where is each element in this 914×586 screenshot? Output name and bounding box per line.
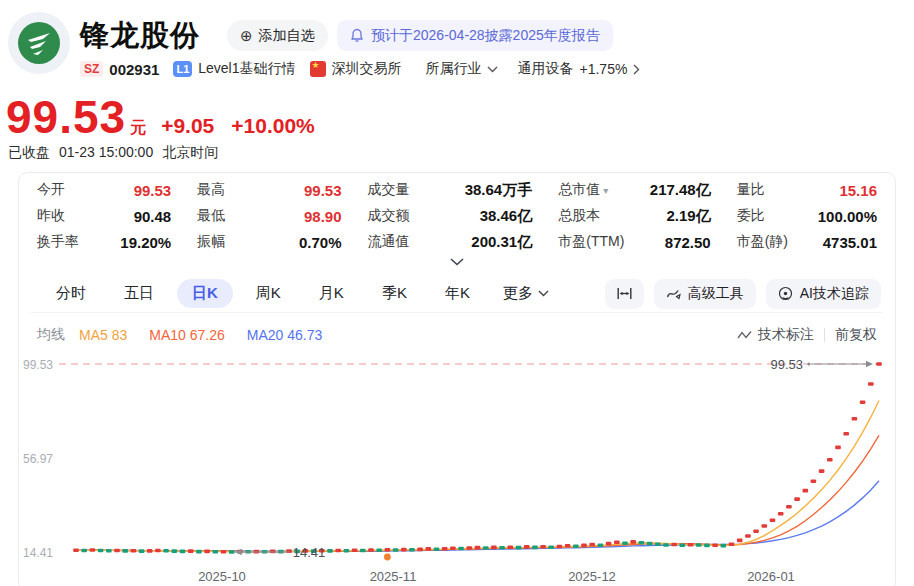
stat-high: 最高99.53	[197, 177, 341, 203]
stat-pe-ttm: 市盈(TTM)872.50	[558, 229, 710, 255]
tab-weekly-k[interactable]: 周K	[241, 279, 296, 308]
fit-width-button[interactable]	[605, 279, 644, 309]
report-notice[interactable]: 预计于2026-04-28披露2025年度报告	[337, 20, 613, 51]
industry-dropdown[interactable]: 所属行业	[426, 60, 498, 78]
svg-text:99.53: 99.53	[770, 357, 803, 372]
market-status: 已收盘	[8, 144, 50, 162]
chart-tools: 高级工具 AI技术追踪	[605, 279, 883, 309]
stat-bid-ratio: 委比100.00%	[737, 203, 877, 229]
market-badge: SZ	[80, 61, 103, 77]
add-watchlist-label: 添加自选	[259, 27, 315, 45]
svg-text:2025-11: 2025-11	[370, 569, 417, 584]
divider	[824, 328, 825, 342]
ma5-value: MA5 83	[79, 327, 127, 343]
stat-amplitude: 振幅0.70%	[197, 229, 341, 255]
advanced-tools-label: 高级工具	[688, 285, 744, 303]
chevron-right-icon	[633, 64, 640, 75]
quote-time: 01-23 15:00:00	[59, 144, 153, 162]
company-logo	[8, 12, 70, 74]
chevron-down-icon	[538, 290, 549, 297]
tab-quarterly-k[interactable]: 季K	[367, 279, 422, 308]
svg-text:99.53: 99.53	[23, 358, 53, 372]
tab-minute[interactable]: 分时	[41, 279, 101, 308]
quote-timezone: 北京时间	[162, 144, 218, 162]
stat-volume-ratio: 量比15.16	[737, 177, 877, 203]
svg-text:56.97: 56.97	[23, 452, 53, 466]
svg-text:2025-10: 2025-10	[198, 569, 246, 584]
collapse-stats-button[interactable]	[19, 255, 895, 269]
ma20-value: MA20 46.73	[247, 327, 323, 343]
kline-chart[interactable]: 99.5356.9714.412025-102025-112025-122026…	[19, 351, 895, 586]
drawing-tool-icon	[666, 287, 681, 301]
stat-low: 最低98.90	[197, 203, 341, 229]
ma-legend: 均线 MA5 83 MA10 67.26 MA20 46.73 技术标注 前复权	[37, 321, 877, 349]
stat-market-cap[interactable]: 总市值▾217.48亿	[558, 177, 710, 203]
ai-tracking-label: AI技术追踪	[800, 285, 869, 303]
ma10-value: MA10 67.26	[149, 327, 225, 343]
quote-card: 今开99.53 最高99.53 成交量38.64万手 总市值▾217.48亿 量…	[18, 172, 896, 586]
tab-5day[interactable]: 五日	[109, 279, 169, 308]
svg-text:2026-01: 2026-01	[747, 569, 795, 584]
stock-code: 002931	[109, 61, 159, 78]
logo-icon	[16, 20, 62, 66]
bell-icon	[350, 28, 364, 43]
exchange-flag-icon: ★	[310, 61, 326, 77]
svg-text:2025-12: 2025-12	[568, 569, 616, 584]
price-unit: 元	[130, 118, 146, 139]
svg-text:14.41: 14.41	[293, 545, 326, 560]
quote-row: 99.53 元 +9.05 +10.00%	[6, 90, 315, 144]
fit-width-icon	[617, 287, 632, 300]
stock-meta-row: SZ 002931 L1 Level1基础行情 ★ 深圳交易所 所属行业 通用设…	[80, 60, 640, 78]
stock-name: 锋龙股份	[80, 16, 200, 56]
market-status-row: 已收盘 01-23 15:00:00 北京时间	[8, 144, 218, 162]
stat-total-shares: 总股本2.19亿	[558, 203, 710, 229]
add-watchlist-button[interactable]: ⊕ 添加自选	[227, 20, 328, 51]
price-change: +9.05	[161, 114, 214, 138]
stat-turnover-rate: 换手率19.20%	[37, 229, 171, 255]
stat-pe-static: 市盈(静)4735.01	[737, 229, 877, 255]
chart-period-tabs: 分时 五日 日K 周K 月K 季K 年K 更多	[31, 277, 883, 313]
ai-tracking-button[interactable]: AI技术追踪	[766, 279, 881, 309]
tab-daily-k[interactable]: 日K	[177, 279, 233, 308]
ai-target-icon	[778, 286, 793, 301]
exchange-name: 深圳交易所	[332, 60, 402, 78]
advanced-tools-button[interactable]: 高级工具	[654, 279, 756, 309]
level-text: Level1基础行情	[198, 60, 295, 78]
price-change-pct: +10.00%	[231, 114, 315, 138]
tab-monthly-k[interactable]: 月K	[304, 279, 359, 308]
stats-grid: 今开99.53 最高99.53 成交量38.64万手 总市值▾217.48亿 量…	[37, 177, 877, 255]
level-badge: L1	[173, 61, 192, 77]
report-notice-text: 预计于2026-04-28披露2025年度报告	[371, 27, 600, 45]
zigzag-icon	[737, 330, 752, 340]
chevron-down-icon	[450, 258, 464, 266]
tab-yearly-k[interactable]: 年K	[430, 279, 485, 308]
tab-more[interactable]: 更多	[493, 279, 559, 308]
svg-text:14.41: 14.41	[23, 546, 53, 560]
stat-float-cap: 流通值200.31亿	[368, 229, 533, 255]
stat-turnover-amount: 成交额38.46亿	[368, 203, 533, 229]
adjust-mode-button[interactable]: 前复权	[835, 326, 877, 344]
current-price: 99.53	[6, 90, 126, 144]
plus-icon: ⊕	[240, 27, 253, 45]
industry-change: +1.75%	[580, 61, 628, 77]
industry-link[interactable]: 通用设备 +1.75%	[518, 60, 641, 78]
stat-prev-close: 昨收90.48	[37, 203, 171, 229]
stat-open: 今开99.53	[37, 177, 171, 203]
caret-down-icon: ▾	[603, 185, 608, 196]
ma-title: 均线	[37, 326, 65, 344]
stat-volume: 成交量38.64万手	[368, 177, 533, 203]
chevron-down-icon	[487, 66, 498, 73]
tech-annotation-toggle[interactable]: 技术标注	[737, 326, 814, 344]
